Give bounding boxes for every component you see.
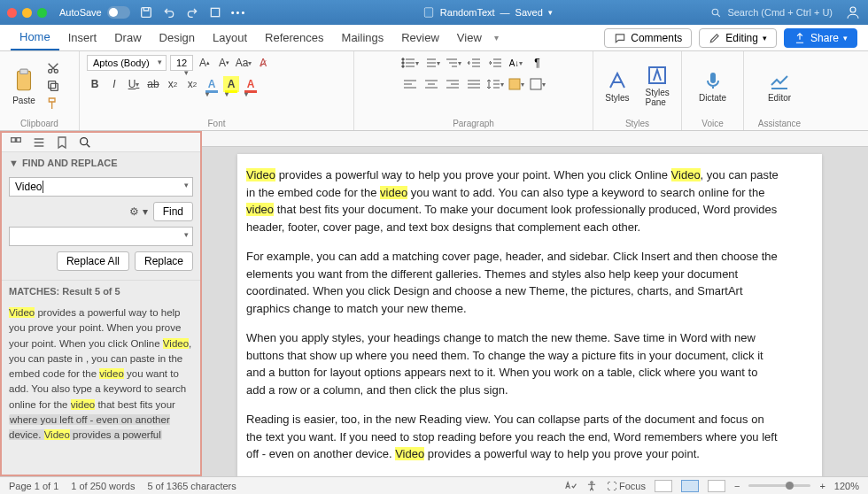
more-icon[interactable]: ••• (231, 7, 247, 18)
saved-state[interactable]: Saved (515, 7, 543, 18)
home-quick-icon[interactable] (208, 5, 222, 19)
comments-button[interactable]: Comments (604, 28, 692, 48)
horizontal-ruler[interactable] (202, 131, 868, 147)
search-field[interactable]: Search (Cmd + Ctrl + U) (710, 7, 833, 19)
highlight-button[interactable]: A (223, 76, 239, 92)
format-painter-icon[interactable] (46, 96, 60, 111)
maximize-window[interactable] (37, 8, 47, 18)
close-window[interactable] (7, 8, 17, 18)
zoom-slider[interactable] (748, 484, 810, 487)
paragraph-2[interactable]: For example, you can add a matching cove… (246, 248, 779, 317)
shrink-font-button[interactable]: A▾ (216, 55, 232, 71)
focus-mode[interactable]: ⛶ Focus (607, 481, 646, 491)
underline-button[interactable]: U (126, 76, 142, 92)
strike-button[interactable]: ab (145, 76, 161, 92)
paragraph-4[interactable]: Reading is easier, too, in the new Readi… (246, 411, 779, 463)
multilevel-button[interactable] (444, 55, 461, 71)
indent-button[interactable] (486, 55, 504, 71)
autosave-toggle[interactable]: AutoSave (59, 6, 130, 19)
editor-button[interactable]: Editor (763, 68, 796, 104)
spellcheck-icon[interactable] (564, 480, 577, 492)
autosave-label: AutoSave (59, 7, 102, 18)
share-button[interactable]: Share ▾ (784, 28, 857, 48)
tab-review[interactable]: Review (392, 26, 448, 50)
dictate-button[interactable]: Dictate (694, 68, 732, 104)
replace-input[interactable] (9, 227, 193, 246)
grow-font-button[interactable]: A▴ (197, 55, 213, 71)
zoom-out[interactable]: − (734, 481, 740, 491)
minimize-window[interactable] (22, 8, 32, 18)
web-layout-button[interactable] (708, 480, 725, 492)
redo-icon[interactable] (185, 5, 199, 19)
tab-view[interactable]: View (448, 26, 491, 50)
tabs-chevron-icon[interactable]: ▾ (494, 33, 499, 42)
align-left-button[interactable] (401, 76, 419, 92)
borders-button[interactable] (529, 76, 546, 92)
align-right-button[interactable] (444, 76, 461, 92)
numbering-button[interactable] (422, 55, 440, 71)
page-scroll[interactable]: Video provides a powerful way to help yo… (202, 147, 868, 476)
styles-pane-button[interactable]: Styles Pane (640, 63, 675, 109)
paragraph-group: A↓ ¶ Paragraph (354, 51, 593, 130)
font-color-button[interactable]: A (243, 76, 259, 92)
text-effects-button[interactable]: A (204, 76, 220, 92)
subscript-button[interactable]: x2 (165, 76, 181, 92)
print-layout-button[interactable] (681, 480, 699, 492)
font-size-select[interactable]: 12 (170, 55, 193, 71)
outdent-button[interactable] (465, 55, 483, 71)
tab-insert[interactable]: Insert (59, 26, 106, 50)
matches-list[interactable]: Video provides a powerful way to help yo… (2, 302, 200, 475)
editing-mode-button[interactable]: Editing ▾ (699, 28, 777, 48)
page-indicator[interactable]: Page 1 of 1 (9, 481, 58, 491)
svg-point-3 (713, 9, 719, 15)
replace-all-button[interactable]: Replace All (57, 251, 129, 271)
italic-button[interactable]: I (106, 76, 122, 92)
sort-button[interactable]: A↓ (508, 55, 525, 71)
shading-button[interactable] (508, 76, 525, 92)
tab-design[interactable]: Design (151, 26, 204, 50)
document-page[interactable]: Video provides a powerful way to help yo… (237, 154, 822, 476)
tab-references[interactable]: References (256, 26, 332, 50)
paragraph-1[interactable]: Video provides a powerful way to help yo… (246, 166, 779, 235)
find-tab-icon[interactable] (78, 135, 92, 150)
cut-icon[interactable] (46, 61, 60, 75)
tab-draw[interactable]: Draw (105, 26, 150, 50)
bold-button[interactable]: B (87, 76, 103, 92)
word-count[interactable]: 1 of 250 words (71, 481, 135, 491)
show-marks-button[interactable]: ¶ (529, 55, 546, 71)
tab-mailings[interactable]: Mailings (333, 26, 393, 50)
replace-button[interactable]: Replace (135, 251, 193, 271)
find-replace-header[interactable]: ▼ FIND AND REPLACE (2, 152, 200, 174)
chevron-down-icon[interactable]: ▾ (548, 8, 553, 17)
tab-home[interactable]: Home (11, 25, 59, 50)
char-count[interactable]: 5 of 1365 characters (147, 481, 236, 491)
change-case-button[interactable]: Aa (236, 55, 252, 71)
superscript-button[interactable]: x2 (184, 76, 200, 92)
accessibility-icon[interactable] (585, 480, 598, 492)
thumbnails-icon[interactable] (9, 135, 23, 150)
zoom-level[interactable]: 120% (834, 481, 859, 491)
clear-format-button[interactable]: A̷ (255, 55, 271, 71)
headings-icon[interactable] (32, 135, 46, 150)
find-options-button[interactable]: ⚙ ▾ (129, 205, 147, 218)
align-center-button[interactable] (422, 76, 440, 92)
copy-icon[interactable] (46, 79, 60, 93)
save-icon[interactable] (139, 5, 153, 19)
font-name-select[interactable]: Aptos (Body) (87, 55, 167, 71)
paste-button[interactable]: Paste (7, 66, 41, 107)
zoom-in[interactable]: + (819, 481, 825, 491)
find-button[interactable]: Find (153, 202, 193, 221)
tab-layout[interactable]: Layout (204, 26, 256, 50)
undo-icon[interactable] (162, 5, 176, 19)
review-pane-icon[interactable] (55, 135, 69, 150)
read-mode-button[interactable] (655, 480, 672, 492)
justify-button[interactable] (465, 76, 483, 92)
bullets-button[interactable] (401, 55, 419, 71)
line-spacing-button[interactable] (486, 76, 504, 92)
paragraph-3[interactable]: When you apply styles, your headings cha… (246, 329, 779, 398)
toggle-switch[interactable] (107, 6, 130, 19)
doc-name: RandomText (440, 7, 495, 18)
account-icon[interactable] (845, 4, 861, 20)
styles-button[interactable]: Styles (600, 68, 634, 104)
find-input[interactable]: Video (9, 177, 193, 197)
